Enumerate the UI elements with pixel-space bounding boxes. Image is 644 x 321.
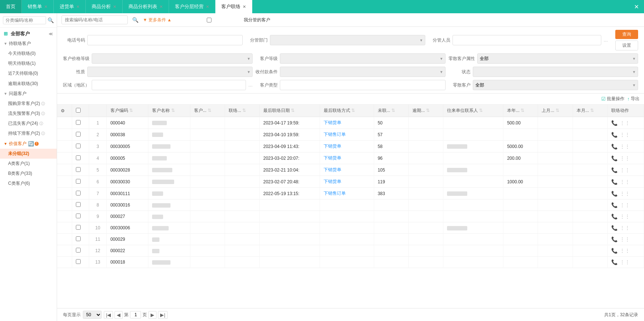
th-contact-person[interactable]: 往来单位联系人 ⇅: [443, 105, 503, 117]
tab-purchase[interactable]: 进货单 ✕: [54, 0, 86, 13]
more-actions-icon[interactable]: ⋮⋮: [620, 259, 630, 265]
th-last-contact-method[interactable]: 最后联络方式 ⇅: [320, 105, 374, 117]
filter-person-input[interactable]: [453, 35, 601, 45]
more-icon-2[interactable]: …: [248, 82, 253, 88]
filter-retail-attr-select[interactable]: 全部: [477, 53, 638, 64]
close-product-analysis-icon[interactable]: ✕: [113, 4, 116, 9]
close-customer-segment-icon[interactable]: ✕: [206, 4, 209, 9]
filter-customer-grade-select[interactable]: [280, 53, 445, 64]
phone-icon[interactable]: 📞: [611, 259, 617, 265]
th-name[interactable]: 客户名称 ⇅: [148, 105, 190, 117]
th-overdue[interactable]: 逾期... ⇅: [408, 105, 443, 117]
sidebar-item-hoard-abnormal[interactable]: 囤购异常客户(2) ⓘ: [0, 99, 57, 109]
filter-dept-select[interactable]: [270, 35, 425, 45]
phone-icon[interactable]: 📞: [611, 120, 617, 126]
query-button[interactable]: 查询: [615, 30, 638, 39]
row-checkbox[interactable]: [76, 259, 81, 264]
sidebar-item-week[interactable]: 近7天待联络(0): [0, 68, 57, 78]
sidebar-item-tomorrow[interactable]: 明天待联络(1): [0, 59, 57, 68]
close-sales-icon[interactable]: ✕: [44, 4, 47, 9]
close-window-btn[interactable]: ✕: [629, 3, 644, 10]
search-input[interactable]: [61, 15, 128, 24]
export-btn[interactable]: ↑ 导出: [627, 96, 640, 102]
row-checkbox[interactable]: [76, 191, 81, 195]
sidebar-item-declining[interactable]: 持续下滑客户(2) ⓘ: [0, 128, 57, 138]
cell-last-contact-method[interactable]: 下销货单: [320, 176, 374, 188]
cell-last-contact-method[interactable]: 下销货单: [320, 117, 374, 129]
cell-last-contact-method[interactable]: 下销货单: [320, 141, 374, 152]
filter-region-input[interactable]: [92, 80, 246, 90]
cell-last-contact-method[interactable]: 下销货单: [320, 152, 374, 164]
filter-price-grade-select[interactable]: [92, 53, 253, 64]
more-actions-icon[interactable]: ⋮⋮: [620, 179, 630, 185]
cell-last-contact-method[interactable]: 下销售订单: [320, 188, 374, 200]
row-checkbox[interactable]: [76, 214, 81, 218]
per-page-select[interactable]: 50 100 200: [83, 311, 102, 319]
row-checkbox[interactable]: [76, 167, 81, 172]
cell-last-contact-method[interactable]: [320, 211, 374, 222]
first-page-btn[interactable]: |◀: [104, 311, 113, 319]
refresh-icon[interactable]: 🔄: [28, 141, 34, 147]
batch-op-btn[interactable]: ☑ 批量操作: [601, 96, 624, 102]
sidebar-search-icon[interactable]: 🔍: [47, 17, 54, 23]
select-all-checkbox[interactable]: [76, 108, 81, 113]
sidebar-item-overdue[interactable]: 逾期未联络(30): [0, 79, 57, 89]
cell-last-contact-method[interactable]: [320, 245, 374, 257]
th-last-month[interactable]: 上月... ⇅: [538, 105, 573, 117]
sidebar-group-problem[interactable]: ▼ 问题客户: [0, 89, 57, 99]
more-actions-icon[interactable]: ⋮⋮: [620, 120, 630, 126]
sidebar-group-value[interactable]: ▼ 价值客户 🔄 !: [0, 139, 57, 149]
filter-customer-type-input[interactable]: [280, 80, 445, 90]
row-checkbox[interactable]: [76, 202, 81, 207]
cell-last-contact-method[interactable]: [320, 234, 374, 245]
last-page-btn[interactable]: ▶|: [158, 311, 167, 319]
tab-product-analysis-list[interactable]: 商品分析列表 ✕: [123, 0, 169, 13]
page-input[interactable]: [130, 311, 141, 318]
row-checkbox[interactable]: [76, 120, 81, 125]
th-this-year[interactable]: 本年... ⇅: [503, 105, 538, 117]
phone-icon[interactable]: 📞: [611, 225, 617, 231]
th-code[interactable]: 客户编码 ⇅: [106, 105, 148, 117]
phone-icon[interactable]: 📞: [611, 155, 617, 161]
collapse-icon[interactable]: ≪: [49, 32, 53, 36]
th-last-contact-date[interactable]: 最后联络日期 ⇅: [260, 105, 320, 117]
row-checkbox[interactable]: [76, 155, 81, 160]
sidebar-item-churned[interactable]: 已流失客户(24) ⓘ: [0, 119, 57, 128]
my-customers-checkbox[interactable]: [176, 18, 242, 22]
row-checkbox[interactable]: [76, 236, 81, 241]
phone-icon[interactable]: 📞: [611, 167, 617, 173]
phone-icon[interactable]: 📞: [611, 144, 617, 149]
tab-customer-segment[interactable]: 客户分层经营 ✕: [169, 0, 215, 13]
row-checkbox[interactable]: [76, 132, 81, 137]
prev-page-btn[interactable]: ◀: [115, 311, 123, 319]
cell-last-contact-method[interactable]: [320, 200, 374, 211]
filter-search-icon[interactable]: 🔍: [132, 17, 138, 23]
phone-icon[interactable]: 📞: [611, 191, 617, 197]
sidebar-item-unclassified[interactable]: 未分组(32): [0, 149, 57, 159]
more-actions-icon[interactable]: ⋮⋮: [620, 248, 630, 254]
more-actions-icon[interactable]: ⋮⋮: [620, 191, 630, 197]
reset-button[interactable]: 设置: [615, 40, 638, 50]
cell-last-contact-method[interactable]: [320, 257, 374, 268]
row-checkbox[interactable]: [76, 225, 81, 230]
more-actions-icon[interactable]: ⋮⋮: [620, 202, 630, 208]
phone-icon[interactable]: 📞: [611, 202, 617, 208]
more-actions-icon[interactable]: ⋮⋮: [620, 155, 630, 161]
phone-icon[interactable]: 📞: [611, 132, 617, 138]
sidebar-item-class-b[interactable]: B类客户(33): [0, 169, 57, 179]
my-customers-checkbox-label[interactable]: 我分管的客户: [176, 17, 270, 23]
sidebar-group-pending[interactable]: ▼ 待联络客户: [0, 39, 57, 49]
all-customers-title[interactable]: ⊞ 全部客户 ≪: [0, 28, 57, 39]
cell-last-contact-method[interactable]: 下销售订单: [320, 129, 374, 141]
more-conditions-btn[interactable]: ▼ 更多条件 ▲: [143, 17, 172, 23]
cell-last-contact-method[interactable]: [320, 222, 374, 234]
more-actions-icon[interactable]: ⋮⋮: [620, 144, 630, 149]
th-settings[interactable]: ⚙: [57, 105, 72, 117]
filter-phone-input[interactable]: [87, 35, 243, 45]
th-this-month[interactable]: 本月... ⇅: [573, 105, 607, 117]
sidebar-search-input[interactable]: [3, 16, 46, 24]
row-checkbox[interactable]: [76, 179, 81, 184]
filter-payment-select[interactable]: [280, 67, 445, 77]
close-customer-contact-icon[interactable]: ✕: [243, 4, 246, 9]
row-checkbox[interactable]: [76, 144, 81, 148]
